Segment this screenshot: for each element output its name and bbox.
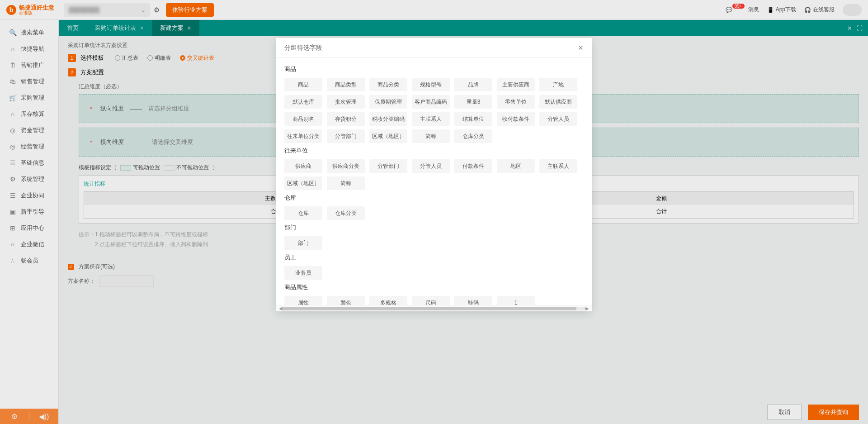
field-chip[interactable]: 区域（地区） (284, 176, 322, 190)
field-chip[interactable]: 分管人员 (539, 112, 577, 126)
field-chip[interactable]: 分管部门 (327, 129, 365, 143)
field-chip[interactable]: 尺码 (412, 296, 450, 305)
field-chip[interactable]: 仓库分类 (454, 129, 492, 143)
field-chip[interactable]: 颜色 (327, 296, 365, 305)
field-chip[interactable]: 仓库分类 (327, 206, 365, 220)
field-chip[interactable]: 鞋码 (454, 296, 492, 305)
field-chip[interactable]: 简称 (327, 176, 365, 190)
field-chip[interactable]: 部门 (284, 236, 322, 250)
field-chip[interactable]: 属性 (284, 296, 322, 305)
field-chip[interactable]: 收付款条件 (497, 112, 535, 126)
field-chip[interactable]: 主要供应商 (497, 78, 535, 91)
field-chip[interactable]: 主联系人 (539, 159, 577, 173)
field-chip[interactable]: 供应商分类 (327, 159, 365, 173)
field-picker-modal: 分组待选字段 ✕ 商品商品商品类型商品分类规格型号品牌主要供应商产地默认仓库批次… (276, 38, 592, 311)
field-group-title: 员工 (284, 253, 585, 262)
field-group-title: 商品 (284, 65, 585, 73)
field-chip[interactable]: 业务员 (284, 266, 322, 280)
field-chip[interactable]: 仓库 (284, 206, 322, 220)
field-group-title: 仓库 (284, 194, 585, 202)
field-chip[interactable]: 重量3 (454, 95, 492, 109)
field-chip[interactable]: 结算单位 (454, 112, 492, 126)
field-chip[interactable]: 零售单位 (497, 95, 535, 109)
field-group-title: 往来单位 (284, 147, 585, 155)
field-chip[interactable]: 默认供应商 (539, 95, 577, 109)
field-chip[interactable]: 默认仓库 (284, 95, 322, 109)
field-chip[interactable]: 产地 (539, 78, 577, 91)
field-chip[interactable]: 批次管理 (327, 95, 365, 109)
field-chip[interactable]: 税收分类编码 (369, 112, 407, 126)
field-chip[interactable]: 区域（地区） (369, 129, 407, 143)
field-chip[interactable]: 规格型号 (412, 78, 450, 91)
field-chip[interactable]: 客户商品编码 (412, 95, 450, 109)
field-group-title: 商品属性 (284, 283, 585, 291)
field-chip[interactable]: 保质期管理 (369, 95, 407, 109)
close-icon[interactable]: ✕ (578, 44, 584, 52)
field-chip[interactable]: 存货积分 (327, 112, 365, 126)
field-chip[interactable]: 商品类型 (327, 78, 365, 91)
field-chip[interactable]: 往来单位分类 (284, 129, 322, 143)
field-chip[interactable]: 主联系人 (412, 112, 450, 126)
field-chip[interactable]: 多规格 (369, 296, 407, 305)
field-chip[interactable]: 商品别名 (284, 112, 322, 126)
field-chip[interactable]: 分管人员 (412, 159, 450, 173)
horizontal-scrollbar[interactable]: ◀ ▶ (276, 305, 592, 311)
field-chip[interactable]: 简称 (412, 129, 450, 143)
field-chip[interactable]: 商品分类 (369, 78, 407, 91)
field-chip[interactable]: 供应商 (284, 159, 322, 173)
field-group-title: 部门 (284, 224, 585, 232)
field-chip[interactable]: 1 (497, 296, 535, 305)
field-chip[interactable]: 分管部门 (369, 159, 407, 173)
field-chip[interactable]: 付款条件 (454, 159, 492, 173)
field-chip[interactable]: 地区 (497, 159, 535, 173)
modal-title: 分组待选字段 (284, 44, 322, 52)
field-chip[interactable]: 商品 (284, 78, 322, 91)
field-chip[interactable]: 品牌 (454, 78, 492, 91)
